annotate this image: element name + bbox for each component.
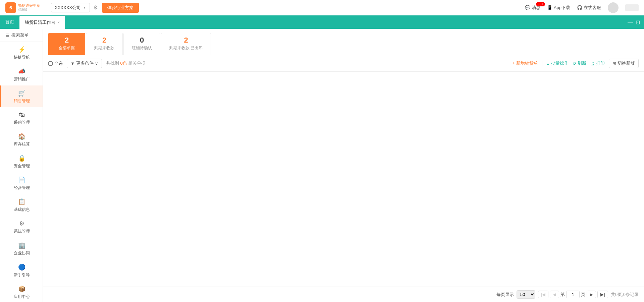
- sidebar-label-sales: 销售管理: [14, 98, 30, 104]
- tab-bar-right: — ⊡: [628, 19, 644, 25]
- last-page-button[interactable]: ▶|: [597, 291, 608, 298]
- filter-chevron-icon: ∨: [95, 61, 98, 66]
- page-input[interactable]: [566, 291, 580, 298]
- sidebar-item-marketing[interactable]: 📣 营销推广: [0, 64, 43, 85]
- stat-number-pending: 0: [140, 36, 144, 45]
- avatar[interactable]: [608, 2, 619, 13]
- sidebar-item-inventory[interactable]: 🏠 库存核算: [0, 129, 43, 150]
- sidebar-label-inventory: 库存核算: [14, 141, 30, 147]
- sidebar-label-purchase: 采购管理: [14, 120, 30, 125]
- sidebar-item-operations[interactable]: 📄 经营管理: [0, 172, 43, 194]
- logo-text: 畅捷通好生意: [18, 3, 40, 8]
- batch-icon: ⠿: [546, 61, 550, 66]
- sidebar-label-enterprise: 企业协同: [14, 250, 30, 256]
- refresh-button[interactable]: ↺ 刷新: [573, 60, 586, 66]
- page-suffix: 页: [581, 292, 585, 298]
- inventory-icon: 🏠: [18, 133, 25, 140]
- select-all-input[interactable]: [48, 61, 53, 66]
- stat-label-overdue: 到期未收款: [94, 45, 114, 51]
- top-right-area: 💬 消息 99+ 📱 App下载 🎧 在线客服: [525, 2, 639, 13]
- filter-icon: ▼: [70, 61, 75, 66]
- stat-number-unshipped: 2: [184, 36, 188, 45]
- page-navigation: |◀ ◀ 第 页 ▶ ▶|: [538, 291, 608, 298]
- sidebar-item-finance[interactable]: 🔒 资金管理: [0, 150, 43, 172]
- app-center-icon: 📦: [18, 285, 25, 293]
- guide-icon: 🔵: [18, 263, 25, 271]
- home-tab-label: 首页: [5, 19, 14, 25]
- username-area: [625, 4, 639, 11]
- top-bar: 6 畅捷通好生意 标准版 XXXXXX公司 ▼ ⚙ 体验行业方案 💬 消息 99…: [0, 0, 644, 15]
- search-menu-label: 搜索菜单: [11, 32, 29, 38]
- messages-button[interactable]: 💬 消息 99+: [525, 5, 540, 11]
- found-prefix: 共找到: [106, 61, 119, 66]
- tab-work[interactable]: 钱货日清工作台 ×: [19, 16, 65, 29]
- stat-label-unshipped: 到期未收款 已出库: [169, 45, 203, 51]
- sidebar: ☰ 搜索菜单 ⚡ 快捷导航 📣 营销推广 🛒 销售管理 🛍 采购管理 🏠 库存核…: [0, 29, 43, 302]
- refresh-label: 刷新: [578, 60, 586, 66]
- sidebar-item-enterprise[interactable]: 🏢 企业协同: [0, 238, 43, 259]
- toolbar-right: + 新增销货单 ⠿ 批量操作 ↺ 刷新 🖨 打印 ⊞ 切换新版: [513, 59, 639, 68]
- company-name: XXXXXX公司: [55, 5, 81, 11]
- batch-operation-button[interactable]: ⠿ 批量操作: [546, 60, 569, 66]
- sidebar-item-quick-nav[interactable]: ⚡ 快捷导航: [0, 42, 43, 64]
- finance-icon: 🔒: [18, 155, 25, 162]
- sidebar-item-purchase[interactable]: 🛍 采购管理: [0, 107, 43, 129]
- tab-home[interactable]: 首页: [0, 15, 19, 29]
- next-page-button[interactable]: ▶: [587, 291, 596, 298]
- stat-tab-overdue[interactable]: 2 到期未收款: [86, 33, 123, 55]
- marketing-icon: 📣: [18, 68, 25, 75]
- maximize-icon[interactable]: ⊡: [636, 19, 640, 25]
- select-all-checkbox[interactable]: 全选: [48, 60, 63, 66]
- sidebar-item-base-info[interactable]: 📋 基础信息: [0, 194, 43, 216]
- print-icon: 🖨: [590, 61, 595, 66]
- company-selector[interactable]: XXXXXX公司 ▼: [51, 3, 90, 12]
- sidebar-item-sales[interactable]: 🛒 销售管理: [0, 85, 43, 107]
- switch-version-button[interactable]: ⊞ 切换新版: [609, 59, 639, 68]
- stat-tab-unshipped[interactable]: 2 到期未收款 已出库: [161, 33, 211, 55]
- phone-icon: 📱: [547, 5, 552, 10]
- tab-bar: 首页 钱货日清工作台 × — ⊡: [0, 15, 644, 29]
- filter-label: 更多条件: [76, 60, 94, 66]
- app-download-button[interactable]: 📱 App下载: [547, 5, 570, 11]
- select-all-label: 全选: [54, 60, 63, 66]
- sidebar-label-finance: 资金管理: [14, 163, 30, 169]
- per-page-select[interactable]: 50 10 20 100: [517, 290, 535, 299]
- table-area: [43, 72, 644, 287]
- sidebar-label-quick-nav: 快捷导航: [14, 55, 30, 60]
- print-button[interactable]: 🖨 打印: [590, 60, 605, 66]
- stat-label-all: 全部单据: [59, 45, 75, 51]
- prev-page-button[interactable]: ◀: [550, 291, 559, 298]
- sidebar-item-guide[interactable]: 🔵 新手引导: [0, 259, 43, 281]
- sidebar-label-operations: 经营管理: [14, 185, 30, 191]
- purchase-icon: 🛍: [19, 111, 25, 118]
- base-info-icon: 📋: [18, 198, 25, 205]
- main-layout: ☰ 搜索菜单 ⚡ 快捷导航 📣 营销推广 🛒 销售管理 🛍 采购管理 🏠 库存核…: [0, 29, 644, 302]
- stat-tab-all[interactable]: 2 全部单据: [48, 33, 85, 55]
- chevron-down-icon: ▼: [83, 6, 86, 9]
- sidebar-item-system[interactable]: ⚙ 系统管理: [0, 216, 43, 238]
- first-page-button[interactable]: |◀: [538, 291, 548, 298]
- found-text: 共找到 0条 相关单据: [106, 60, 146, 66]
- tab-close-icon[interactable]: ×: [57, 20, 60, 25]
- total-records: 共0页,0条记录: [611, 292, 639, 298]
- sidebar-label-base-info: 基础信息: [14, 207, 30, 213]
- experience-button[interactable]: 体验行业方案: [102, 3, 139, 13]
- online-service-label: 在线客服: [584, 5, 601, 11]
- toolbar: 全选 ▼ 更多条件 ∨ 共找到 0条 相关单据 + 新增销货单 ⠿ 批量操作: [43, 55, 644, 72]
- per-page-label: 每页显示: [496, 292, 514, 298]
- settings-button[interactable]: ⚙: [93, 4, 98, 11]
- online-service-button[interactable]: 🎧 在线客服: [577, 5, 601, 11]
- message-icon: 💬: [525, 5, 530, 10]
- new-order-button[interactable]: + 新增销货单: [513, 60, 538, 66]
- content-area: 2 全部单据 2 到期未收款 0 旺铺待确认 2 到期未收款 已出库 全选: [43, 29, 644, 302]
- minimize-icon[interactable]: —: [628, 19, 633, 25]
- batch-label: 批量操作: [551, 60, 569, 66]
- message-badge: 99+: [536, 2, 545, 6]
- sidebar-item-app-center[interactable]: 📦 应用中心: [0, 281, 43, 302]
- work-tab-label: 钱货日清工作台: [25, 19, 55, 25]
- enterprise-icon: 🏢: [18, 242, 25, 249]
- search-menu-item[interactable]: ☰ 搜索菜单: [0, 29, 43, 42]
- filter-button[interactable]: ▼ 更多条件 ∨: [67, 59, 102, 68]
- stat-tab-pending[interactable]: 0 旺铺待确认: [123, 33, 160, 55]
- found-suffix: 相关单据: [128, 61, 146, 66]
